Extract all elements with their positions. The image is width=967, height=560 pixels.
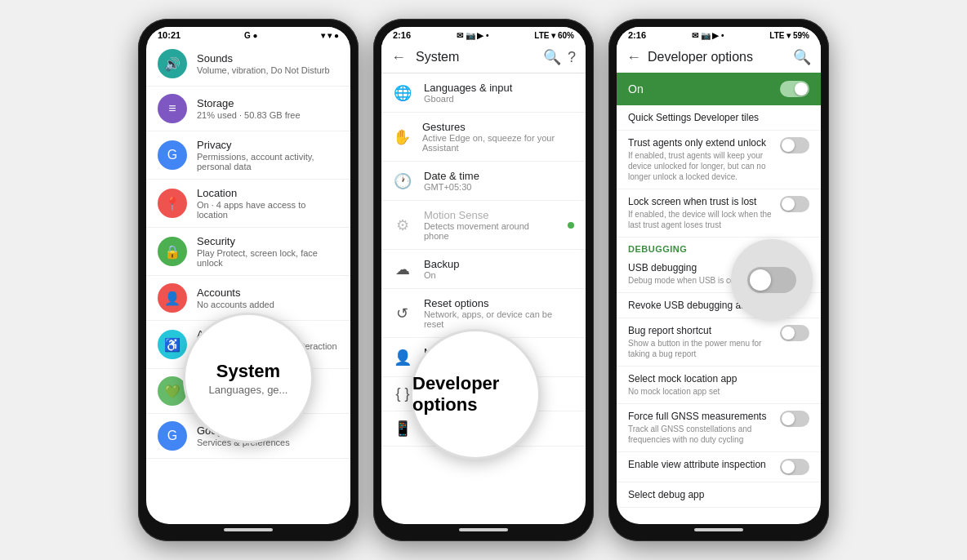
accounts-icon: 👤 xyxy=(158,283,187,313)
dev-option-bug-report[interactable]: Bug report shortcut Show a button in the… xyxy=(617,318,821,367)
circle-2-title: Developer options xyxy=(412,373,538,416)
gestures-text: Gestures Active Edge on, squeeze for you… xyxy=(422,121,574,153)
trust-agents-toggle[interactable] xyxy=(780,137,809,153)
lock-screen-subtitle: If enabled, the device will lock when th… xyxy=(628,209,773,230)
backup-subtitle: On xyxy=(424,270,459,280)
phone-1-home-indicator xyxy=(224,528,273,531)
reset-title: Reset options xyxy=(424,297,574,309)
phone-2-time: 2:16 xyxy=(393,30,411,40)
phone-2-app-bar: ← System 🔍 ? xyxy=(381,42,586,73)
usb-debugging-circle xyxy=(731,239,813,321)
languages-subtitle: Gboard xyxy=(424,94,512,104)
phone-1-settings-list: 🔊 Sounds Volume, vibration, Do Not Distu… xyxy=(146,42,350,524)
gnss-toggle[interactable] xyxy=(780,411,809,427)
backup-text: Backup On xyxy=(424,258,459,280)
location-title: Location xyxy=(197,187,339,199)
phone-3: 2:16 ✉ 📷 ▶ • LTE ▾ 59% ← Developer optio… xyxy=(608,19,829,541)
sounds-subtitle: Volume, vibration, Do Not Disturb xyxy=(197,65,330,75)
privacy-icon: G xyxy=(158,140,187,170)
phone-3-search-button[interactable]: 🔍 xyxy=(793,48,811,66)
menu-backup[interactable]: ☁ Backup On xyxy=(381,250,586,289)
mock-location-text: Select mock location app No mock locatio… xyxy=(628,373,809,397)
menu-languages[interactable]: 🌐 Languages & input Gboard xyxy=(381,73,586,113)
languages-text: Languages & input Gboard xyxy=(424,82,512,104)
phone-2-home-indicator xyxy=(459,528,508,531)
bug-report-subtitle: Show a button in the power menu for taki… xyxy=(628,338,773,359)
accounts-subtitle: No accounts added xyxy=(197,300,274,309)
datetime-subtitle: GMT+05:30 xyxy=(424,182,479,192)
menu-gestures[interactable]: ✋ Gestures Active Edge on, squeeze for y… xyxy=(381,113,586,162)
phone-2-search-button[interactable]: 🔍 xyxy=(543,48,561,66)
datetime-title: Date & time xyxy=(424,170,479,182)
setting-location[interactable]: 📍 Location On · 4 apps have access to lo… xyxy=(146,180,350,228)
phone-1-status-icons: G ● xyxy=(244,31,258,40)
security-subtitle: Play Protect, screen lock, face unlock xyxy=(197,248,339,268)
gestures-icon: ✋ xyxy=(393,128,411,146)
mock-location-subtitle: No mock location app set xyxy=(628,386,809,397)
lock-screen-text: Lock screen when trust is lost If enable… xyxy=(628,196,773,230)
gnss-text: Force full GNSS measurements Track all G… xyxy=(628,411,773,445)
phone-3-home-indicator xyxy=(694,528,743,531)
security-title: Security xyxy=(197,235,339,247)
motion-sense-subtitle: Detects movement around phone xyxy=(424,221,556,241)
phone-1-circle-overlay: System Languages, ge... xyxy=(183,313,314,443)
phone-2-help-button[interactable]: ? xyxy=(568,49,576,66)
phone-2-status-icons: ✉ 📷 ▶ • xyxy=(457,31,489,40)
dev-option-gnss[interactable]: Force full GNSS measurements Track all G… xyxy=(617,404,821,452)
view-attr-text: Enable view attribute inspection xyxy=(628,459,773,470)
backup-title: Backup xyxy=(424,258,459,270)
bug-report-text: Bug report shortcut Show a button in the… xyxy=(628,325,773,359)
security-text: Security Play Protect, screen lock, face… xyxy=(197,235,339,268)
phone-3-back-button[interactable]: ← xyxy=(626,49,641,66)
bug-report-toggle[interactable] xyxy=(780,325,809,341)
datetime-icon: 🕐 xyxy=(393,172,412,190)
setting-privacy[interactable]: G Privacy Permissions, account activity,… xyxy=(146,131,350,180)
phone-2-circle-overlay: Developer options xyxy=(410,329,541,460)
trust-agents-title: Trust agents only extend unlock xyxy=(628,137,773,149)
sounds-title: Sounds xyxy=(197,52,330,64)
phone-2-back-button[interactable]: ← xyxy=(391,49,406,66)
dev-option-usb-debugging[interactable]: USB debugging Debug mode when USB is con… xyxy=(617,256,821,293)
dev-option-quick-settings[interactable]: Quick Settings Developer tiles xyxy=(617,105,821,131)
phone-3-app-bar: ← Developer options 🔍 xyxy=(617,42,821,73)
location-subtitle: On · 4 apps have access to location xyxy=(197,200,339,220)
motion-sense-text: Motion Sense Detects movement around pho… xyxy=(424,209,556,241)
phone-2: 2:16 ✉ 📷 ▶ • LTE ▾ 60% ← System 🔍 ? 🌐 La… xyxy=(373,19,594,541)
lock-screen-title: Lock screen when trust is lost xyxy=(628,196,773,207)
reset-subtitle: Network, apps, or device can be reset xyxy=(424,309,574,329)
setting-sounds[interactable]: 🔊 Sounds Volume, vibration, Do Not Distu… xyxy=(146,42,350,87)
dev-option-debug-app[interactable]: Select debug app xyxy=(617,482,821,508)
phones-container: 10:21 G ● ▾ ▾ ● 🔊 Sounds Volume, vibrati… xyxy=(122,2,845,558)
accessibility-icon: ♿ xyxy=(158,330,187,359)
view-attr-toggle[interactable] xyxy=(780,459,809,475)
system-update-icon: 📱 xyxy=(393,420,412,438)
dev-option-mock-location[interactable]: Select mock location app No mock locatio… xyxy=(617,367,821,404)
reset-icon: ↺ xyxy=(393,304,412,322)
bug-report-title: Bug report shortcut xyxy=(628,325,773,336)
lock-screen-toggle[interactable] xyxy=(780,196,809,212)
setting-security[interactable]: 🔒 Security Play Protect, screen lock, fa… xyxy=(146,228,350,276)
dev-on-bar: On xyxy=(617,73,821,105)
setting-storage[interactable]: ≡ Storage 21% used · 50.83 GB free xyxy=(146,87,350,131)
dev-option-lock-screen[interactable]: Lock screen when trust is lost If enable… xyxy=(617,189,821,238)
phone-3-time: 2:16 xyxy=(628,30,646,40)
dev-on-toggle[interactable] xyxy=(780,81,809,97)
quick-settings-text: Quick Settings Developer tiles xyxy=(628,112,809,123)
security-icon: 🔒 xyxy=(158,237,187,266)
motion-sense-title: Motion Sense xyxy=(424,209,556,221)
trust-agents-text: Trust agents only extend unlock If enabl… xyxy=(628,137,773,182)
phone-2-screen: 2:16 ✉ 📷 ▶ • LTE ▾ 60% ← System 🔍 ? 🌐 La… xyxy=(381,27,586,524)
dev-option-trust-agents[interactable]: Trust agents only extend unlock If enabl… xyxy=(617,131,821,189)
circle-1-subtitle: Languages, ge... xyxy=(209,384,288,396)
languages-title: Languages & input xyxy=(424,82,512,94)
privacy-text: Privacy Permissions, account activity, p… xyxy=(197,139,339,171)
phone-1-battery: ▾ ▾ ● xyxy=(321,31,339,40)
phone-3-status-bar: 2:16 ✉ 📷 ▶ • LTE ▾ 59% xyxy=(617,27,821,42)
storage-subtitle: 21% used · 50.83 GB free xyxy=(197,110,301,120)
dev-options-list: Quick Settings Developer tiles Trust age… xyxy=(617,105,821,524)
motion-sense-dot xyxy=(568,222,574,229)
menu-datetime[interactable]: 🕐 Date & time GMT+05:30 xyxy=(381,162,586,201)
dev-option-view-attr[interactable]: Enable view attribute inspection xyxy=(617,452,821,482)
usb-debugging-toggle-big[interactable] xyxy=(747,267,796,293)
menu-motion-sense[interactable]: ⚙ Motion Sense Detects movement around p… xyxy=(381,201,586,250)
